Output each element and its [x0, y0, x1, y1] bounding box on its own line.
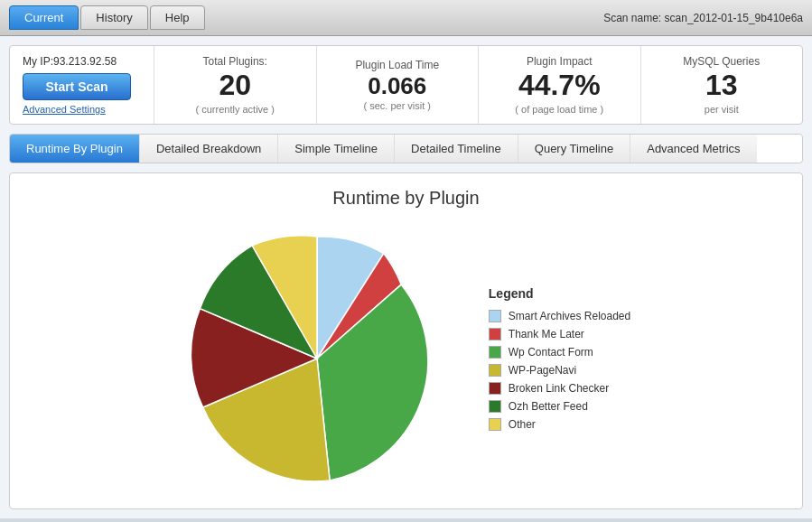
tab-history[interactable]: History	[80, 5, 147, 30]
stat-plugin-impact: Plugin Impact 44.7% ( of page load time …	[479, 46, 641, 124]
stat-load-time-value: 0.066	[368, 73, 426, 99]
stat-total-plugins: Total Plugins: 20 ( currently active )	[154, 46, 317, 124]
legend-color-ozh-better-feed	[489, 400, 501, 413]
stat-load-time: Plugin Load Time 0.066 ( sec. per visit …	[317, 46, 480, 124]
tab-detailed-timeline[interactable]: Detailed Timeline	[395, 135, 518, 163]
legend-item-5: Ozh Better Feed	[489, 400, 630, 413]
stat-total-plugins-label: Total Plugins:	[203, 55, 267, 68]
legend-label-wp-contact-form: Wp Contact Form	[509, 346, 593, 359]
top-nav-bar: Current History Help Scan name: scan_201…	[0, 0, 812, 36]
stat-total-plugins-sub: ( currently active )	[196, 104, 275, 115]
tab-current[interactable]: Current	[9, 5, 79, 30]
my-ip-label: My IP:93.213.92.58	[23, 55, 117, 68]
tab-simple-timeline[interactable]: Simple Timeline	[278, 135, 395, 163]
chart-title: Runtime by Plugin	[332, 188, 479, 209]
legend-item-2: Wp Contact Form	[489, 346, 630, 359]
stat-mysql-queries-label: MySQL Queries	[683, 55, 760, 68]
start-scan-button[interactable]: Start Scan	[23, 73, 131, 100]
tab-detailed-breakdown[interactable]: Detailed Breakdown	[140, 135, 278, 163]
scan-name-label: Scan name: scan_2012-01-15_9b410e6a	[603, 12, 803, 24]
legend-label-other: Other	[509, 418, 536, 431]
legend-label-wp-pagenavi: WP-PageNavi	[509, 364, 576, 377]
chart-container: Legend Smart Archives Reloaded Thank Me …	[182, 223, 630, 494]
nav-tabs: Current History Help	[9, 5, 205, 30]
legend-color-smart-archives	[489, 310, 501, 322]
stat-total-plugins-value: 20	[219, 70, 251, 101]
stat-mysql-queries-value: 13	[705, 70, 738, 101]
stat-plugin-impact-label: Plugin Impact	[527, 55, 593, 68]
advanced-settings-link[interactable]: Advanced Settings	[23, 104, 106, 115]
legend-item-3: WP-PageNavi	[489, 364, 630, 377]
stat-load-time-label: Plugin Load Time	[355, 59, 439, 71]
stats-bar: My IP:93.213.92.58 Start Scan Advanced S…	[9, 45, 803, 125]
legend-color-other	[489, 418, 501, 431]
legend-label-thank-me-later: Thank Me Later	[509, 328, 584, 340]
stat-plugin-impact-sub: ( of page load time )	[515, 104, 603, 115]
chart-area: Runtime by Plugin	[9, 172, 803, 509]
stat-mysql-queries-sub: per visit	[705, 104, 739, 115]
legend-title: Legend	[489, 286, 630, 301]
legend-label-smart-archives: Smart Archives Reloaded	[509, 310, 630, 322]
legend-label-broken-link-checker: Broken Link Checker	[509, 382, 609, 395]
legend-color-wp-pagenavi	[489, 364, 501, 377]
tab-advanced-metrics[interactable]: Advanced Metrics	[630, 135, 756, 163]
stats-left-panel: My IP:93.213.92.58 Start Scan Advanced S…	[10, 46, 154, 124]
tab-runtime-by-plugin[interactable]: Runtime By Plugin	[10, 135, 140, 163]
legend-item-4: Broken Link Checker	[489, 382, 630, 395]
legend-color-broken-link-checker	[489, 382, 501, 395]
stat-load-time-sub: ( sec. per visit )	[363, 100, 431, 111]
tab-help[interactable]: Help	[150, 5, 205, 30]
legend-label-ozh-better-feed: Ozh Better Feed	[509, 400, 588, 413]
pie-chart	[182, 223, 453, 494]
tab-query-timeline[interactable]: Query Timeline	[518, 135, 630, 163]
legend-color-thank-me-later	[489, 328, 501, 340]
content-tab-bar: Runtime By Plugin Detailed Breakdown Sim…	[9, 134, 803, 163]
stat-plugin-impact-value: 44.7%	[518, 70, 601, 101]
main-content: My IP:93.213.92.58 Start Scan Advanced S…	[0, 36, 812, 518]
legend-color-wp-contact-form	[489, 346, 501, 359]
stat-mysql-queries: MySQL Queries 13 per visit	[641, 46, 803, 124]
legend-item-6: Other	[489, 418, 630, 431]
legend-item-0: Smart Archives Reloaded	[489, 310, 630, 322]
legend-item-1: Thank Me Later	[489, 328, 630, 340]
chart-legend: Legend Smart Archives Reloaded Thank Me …	[489, 286, 630, 431]
